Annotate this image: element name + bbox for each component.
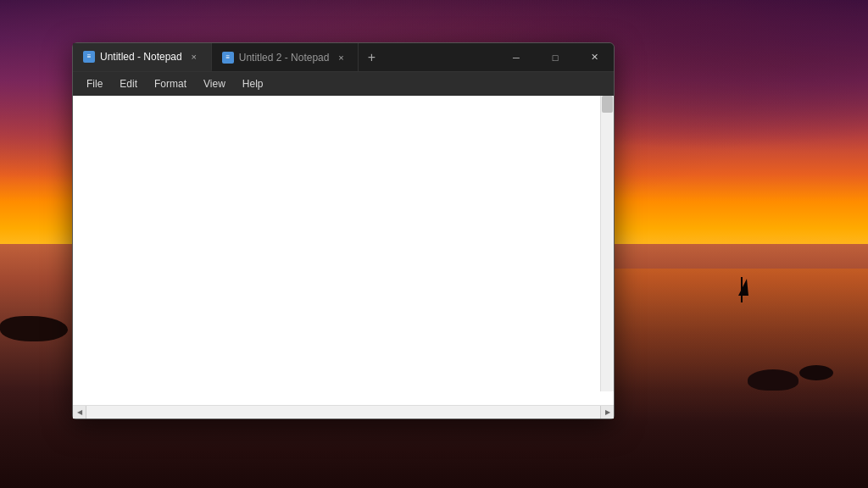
maximize-button[interactable]: □ — [536, 43, 575, 71]
tab-untitled-1[interactable]: Untitled - Notepad × — [73, 43, 212, 71]
rock-1 — [748, 369, 798, 391]
menu-edit[interactable]: Edit — [113, 75, 144, 92]
tab-1-close[interactable]: × — [187, 50, 201, 64]
tab-1-label: Untitled - Notepad — [100, 51, 182, 63]
notepad-window: Untitled - Notepad × Untitled 2 - Notepa… — [72, 42, 615, 419]
tabs-container: Untitled - Notepad × Untitled 2 - Notepa… — [73, 43, 497, 71]
minimize-button[interactable]: ─ — [497, 43, 536, 71]
horizontal-scrollbar: ◀ ▶ — [73, 405, 614, 419]
menu-file[interactable]: File — [80, 75, 109, 92]
notepad-icon-2 — [222, 52, 234, 64]
text-area-container — [73, 96, 614, 405]
desktop: Untitled - Notepad × Untitled 2 - Notepa… — [0, 0, 868, 488]
text-editor[interactable] — [73, 96, 614, 405]
menu-help[interactable]: Help — [236, 75, 270, 92]
vertical-scrollbar-thumb[interactable] — [602, 96, 613, 113]
new-tab-button[interactable]: + — [359, 43, 384, 71]
tab-2-label: Untitled 2 - Notepad — [239, 52, 330, 64]
vertical-scrollbar[interactable] — [600, 96, 614, 391]
notepad-icon-1 — [83, 51, 95, 63]
sailboat — [737, 273, 747, 302]
tab-untitled-2[interactable]: Untitled 2 - Notepad × — [212, 43, 359, 71]
horizontal-scrollbar-track[interactable] — [86, 406, 600, 419]
close-button[interactable]: ✕ — [575, 43, 614, 71]
scroll-left-button[interactable]: ◀ — [73, 406, 86, 419]
scroll-right-button[interactable]: ▶ — [600, 406, 614, 419]
window-controls: ─ □ ✕ — [497, 43, 614, 71]
menu-bar: File Edit Format View Help — [73, 72, 614, 96]
rock-3 — [0, 316, 68, 341]
menu-format[interactable]: Format — [147, 75, 193, 92]
menu-view[interactable]: View — [197, 75, 232, 92]
tab-2-close[interactable]: × — [334, 51, 348, 64]
title-bar: Untitled - Notepad × Untitled 2 - Notepa… — [73, 43, 614, 72]
